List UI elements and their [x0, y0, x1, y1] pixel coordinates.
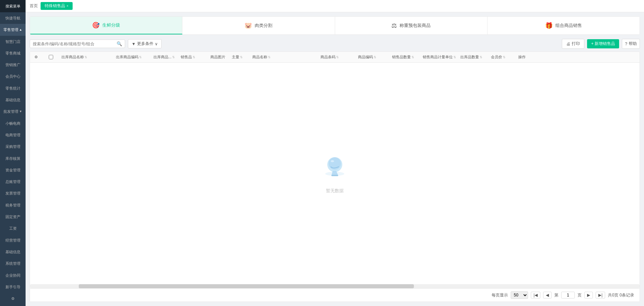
scrollbar-thumb[interactable] — [79, 284, 414, 288]
th-barcode[interactable]: 商品条码 ⇅ — [318, 55, 356, 60]
sidebar-item-ops-mgmt[interactable]: 经营管理 — [0, 234, 26, 246]
th-img: 商品图片 — [206, 55, 230, 60]
last-page-button[interactable]: ▶| — [596, 292, 605, 299]
topbar: 首页 特殊销售品 × — [26, 0, 644, 12]
select-all-checkbox[interactable] — [49, 55, 53, 59]
sidebar-item-new-guide[interactable]: 新手引导 — [0, 281, 26, 293]
sidebar-item-retail-mall[interactable]: 零售商城 — [0, 47, 26, 59]
sidebar-item-enterprise-coop[interactable]: 企业协同 — [0, 270, 26, 281]
home-link[interactable]: 首页 — [30, 3, 38, 9]
th-prodcode[interactable]: 商品编码 ⇅ — [356, 55, 390, 60]
data-table: ⚙ 出库商品名称 ⇅ 出库商品编码 ⇅ 出库商品... ⇅ 销售品 — [30, 51, 640, 302]
help-icon: ? — [625, 42, 627, 46]
sort-icon: ⇅ — [503, 56, 506, 59]
th-outname[interactable]: 出库商品名称 ⇅ — [59, 55, 114, 60]
sidebar-item-finance-mgmt[interactable]: 资金管理 — [0, 164, 26, 176]
sidebar-item-mini-ecom[interactable]: 小畅电商 — [0, 118, 26, 129]
sidebar-item-quick-nav[interactable]: 快捷导航 — [0, 12, 26, 24]
search-input[interactable] — [33, 42, 117, 46]
empty-illustration — [321, 152, 348, 184]
sort-icon: ⇅ — [453, 56, 456, 59]
sidebar: 搜索菜单 快捷导航 零售管理 ▲ 智慧门店 零售商城 营销推广 会员中心 零售统… — [0, 0, 26, 306]
filter-icon: ▼ — [132, 42, 136, 46]
content-area: 🎯 生鲜分级 🐷 肉类分割 ⚖ 称重预包装商品 🎁 组合商品销售 🔍 — [26, 12, 644, 306]
svg-point-3 — [331, 160, 334, 162]
active-tab-tag[interactable]: 特殊销售品 × — [41, 2, 73, 10]
next-page-button[interactable]: ▶ — [584, 292, 593, 299]
th-outcode[interactable]: 出库商品编码 ⇅ — [114, 55, 151, 60]
sort-icon: ⇅ — [336, 56, 339, 59]
sort-icon: ⇅ — [268, 56, 271, 59]
sort-icon: ⇅ — [172, 56, 175, 59]
combo-sale-icon: 🎁 — [545, 22, 553, 29]
close-tab-icon[interactable]: × — [66, 4, 69, 8]
th-outprod[interactable]: 出库商品... ⇅ — [151, 55, 179, 60]
active-tab-label: 特殊销售品 — [45, 3, 65, 9]
sidebar-item-general-ledger[interactable]: 总账管理 — [0, 176, 26, 187]
sidebar-item-sales-promo[interactable]: 营销推广 — [0, 59, 26, 71]
th-prodname[interactable]: 商品名称 ⇅ — [250, 55, 318, 60]
th-outqty[interactable]: 出库品数量 ⇅ — [458, 55, 489, 60]
sort-icon: ⇅ — [85, 56, 87, 59]
tab-combo-sale-label: 组合商品销售 — [555, 22, 582, 29]
toolbar-left: 🔍 ▼ 更多条件 ∨ — [30, 39, 162, 48]
th-checkbox[interactable] — [42, 55, 59, 59]
svg-rect-4 — [331, 175, 338, 176]
tab-meat-cut-label: 肉类分割 — [255, 22, 272, 29]
search-icon: 🔍 — [117, 41, 122, 46]
sidebar-item-purchase-mgmt[interactable]: 采购管理 — [0, 141, 26, 152]
sidebar-item-inventory[interactable]: 库存核算 — [0, 153, 26, 164]
tab-combo-sale[interactable]: 🎁 组合商品销售 — [488, 17, 640, 34]
page-of-label: 页 — [578, 292, 582, 298]
sidebar-item-wages[interactable]: 工资 — [0, 223, 26, 234]
sort-icon: ⇅ — [374, 56, 376, 59]
total-label: 共0页 0条记录 — [608, 292, 634, 298]
sidebar-item-basic-info[interactable]: 基础信息 — [0, 94, 26, 106]
page-number-input[interactable] — [561, 292, 575, 299]
tab-fresh-grade-label: 生鲜分级 — [102, 22, 120, 28]
prev-page-button[interactable]: ◀ — [543, 292, 552, 299]
first-page-button[interactable]: |◀ — [531, 292, 540, 299]
tab-fresh-grade[interactable]: 🎯 生鲜分级 — [30, 17, 182, 34]
print-button[interactable]: 🖨 打印 — [562, 39, 584, 49]
sidebar-item-tax-mgmt[interactable]: 税务管理 — [0, 199, 26, 211]
th-unit[interactable]: 销售商品计量单位 ⇅ — [421, 55, 458, 60]
th-memberprice[interactable]: 会员价 ⇅ — [489, 55, 516, 60]
th-main[interactable]: 主量 ⇅ — [230, 55, 250, 60]
sidebar-item-settings[interactable]: ⚙ — [0, 293, 26, 304]
help-button[interactable]: ? 帮助 — [622, 39, 640, 49]
toolbar-right: 🖨 打印 + 新增销售品 ? 帮助 — [562, 39, 640, 49]
th-saleqty[interactable]: 销售品数量 ⇅ — [390, 55, 421, 60]
filter-chevron-icon: ∨ — [155, 42, 158, 46]
sidebar-logo[interactable]: 搜索菜单 — [0, 0, 26, 12]
chevron-down-icon: ▼ — [19, 110, 22, 114]
sidebar-item-wholesale-mgmt[interactable]: 批发管理 ▼ — [0, 106, 26, 117]
sidebar-item-member-center[interactable]: 会员中心 — [0, 71, 26, 82]
print-label: 打印 — [572, 41, 580, 47]
table-header: ⚙ 出库商品名称 ⇅ 出库商品编码 ⇅ 出库商品... ⇅ 销售品 — [30, 52, 640, 63]
add-button[interactable]: + 新增销售品 — [587, 39, 619, 48]
sidebar-item-invoice-mgmt[interactable]: 发票管理 — [0, 187, 26, 199]
filter-button[interactable]: ▼ 更多条件 ∨ — [128, 39, 162, 48]
sidebar-item-retail-mgmt[interactable]: 零售管理 ▲ — [0, 24, 26, 35]
sidebar-item-ecom-mgmt[interactable]: 电商管理 — [0, 129, 26, 141]
tab-weight-pkg[interactable]: ⚖ 称重预包装商品 — [335, 17, 488, 34]
sort-icon: ⇅ — [411, 56, 414, 59]
tab-weight-pkg-label: 称重预包装商品 — [400, 22, 431, 29]
sidebar-item-fixed-assets[interactable]: 固定资产 — [0, 211, 26, 223]
th-settings[interactable]: ⚙ — [30, 55, 42, 59]
th-saleprod[interactable]: 销售品 ⇅ — [179, 55, 206, 60]
sidebar-item-smart-store[interactable]: 智慧门店 — [0, 36, 26, 47]
search-box[interactable]: 🔍 — [30, 40, 125, 48]
horizontal-scrollbar[interactable] — [30, 284, 640, 288]
page-size-label: 每页显示 — [492, 292, 508, 298]
sidebar-item-basic-info2[interactable]: 基础信息 — [0, 246, 26, 258]
sidebar-item-system-mgmt[interactable]: 系统管理 — [0, 258, 26, 269]
page-size-select[interactable]: 50 10 20 100 — [511, 291, 528, 299]
sidebar-item-retail-stats[interactable]: 零售统计 — [0, 82, 26, 94]
tab-meat-cut[interactable]: 🐷 肉类分割 — [182, 17, 335, 34]
main-area: 首页 特殊销售品 × 🎯 生鲜分级 🐷 肉类分割 ⚖ 称重预包装商品 🎁 组合商… — [26, 0, 644, 306]
filter-label: 更多条件 — [137, 41, 153, 47]
weight-pkg-icon: ⚖ — [391, 22, 397, 29]
sort-icon: ⇅ — [480, 56, 482, 59]
